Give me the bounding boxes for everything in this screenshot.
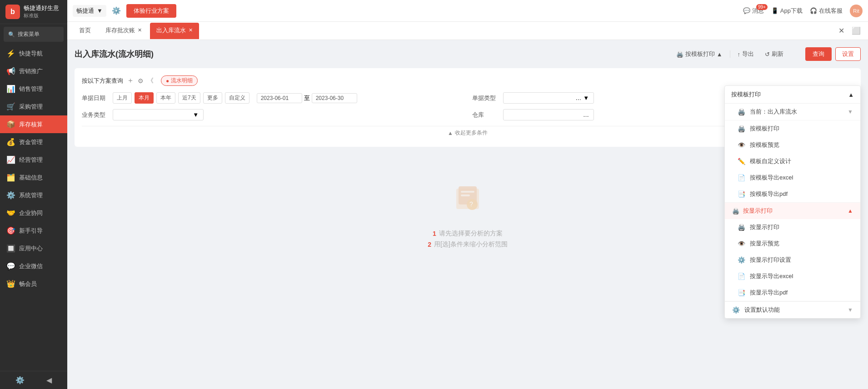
date-btn-7days[interactable]: 近7天 bbox=[178, 92, 200, 104]
template-pdf-label: 按模板导出pdf bbox=[750, 190, 788, 198]
tab-batch-close[interactable]: ✕ bbox=[138, 27, 142, 33]
section2-arrow: ▲ bbox=[848, 208, 853, 214]
divider-1 bbox=[730, 50, 730, 58]
dropdown-item-template-excel[interactable]: 📄 按模板导出excel bbox=[725, 170, 860, 186]
date-btn-custom[interactable]: 自定义 bbox=[225, 92, 249, 104]
dropdown-item-display-preview[interactable]: 👁️ 按显示预览 bbox=[725, 235, 860, 252]
user-selector[interactable]: 畅捷通 ▼ bbox=[73, 5, 106, 17]
nav-label: 应用中心 bbox=[19, 244, 43, 253]
tab-home-label: 首页 bbox=[79, 26, 91, 35]
sidebar-item-marketing[interactable]: 📢 营销推广 bbox=[0, 62, 67, 80]
date-from-input[interactable] bbox=[257, 93, 302, 103]
doc-type-label: 单据类型 bbox=[472, 94, 499, 102]
dropdown-item-template-preview[interactable]: 👁️ 按模板预览 bbox=[725, 137, 860, 153]
sidebar-item-basic[interactable]: 🗂️ 基础信息 bbox=[0, 169, 67, 186]
date-separator: 至 bbox=[304, 94, 310, 102]
sidebar-item-quick-nav[interactable]: ⚡ 快捷导航 bbox=[0, 45, 67, 62]
export-btn[interactable]: ↑ 导出 bbox=[734, 48, 758, 60]
display-pdf-icon: 📑 bbox=[738, 289, 745, 296]
user-avatar[interactable]: Rit bbox=[850, 5, 863, 17]
dropdown-section3[interactable]: ⚙️ 设置默认功能 ▼ bbox=[725, 301, 860, 318]
display-preview-label: 按显示预览 bbox=[750, 239, 779, 248]
dropdown-close-icon[interactable]: ▲ bbox=[848, 91, 854, 98]
edition-label: 标准版 bbox=[24, 12, 59, 19]
dropdown-current-item[interactable]: 🖨️ 当前：出入库流水 ▼ bbox=[725, 104, 860, 120]
date-btn-last-month[interactable]: 上月 bbox=[113, 92, 132, 104]
online-service-btn[interactable]: 🎧 在线客服 bbox=[810, 7, 843, 15]
guide-icon: 🎯 bbox=[6, 226, 15, 235]
print-template-btn[interactable]: 🖨️ 按模板打印 ▲ bbox=[673, 48, 726, 60]
dropdown-item-template-custom[interactable]: ✏️ 模板自定义设计 bbox=[725, 153, 860, 170]
empty-illustration: ? bbox=[449, 180, 486, 222]
tab-home[interactable]: 首页 bbox=[73, 23, 97, 39]
dropdown-header: 按模板打印 ▲ bbox=[725, 86, 860, 104]
sidebar-item-sales[interactable]: 📊 销售管理 bbox=[0, 80, 67, 98]
refresh-icon: ↺ bbox=[765, 51, 770, 58]
business-type-select[interactable]: ▼ bbox=[113, 109, 204, 120]
date-btn-this-month[interactable]: 本月 bbox=[135, 92, 154, 104]
sidebar-item-inventory[interactable]: 📦 库存核算 bbox=[0, 115, 67, 133]
message-btn[interactable]: 💬 消息 99+ bbox=[743, 7, 764, 15]
page-title: 出入库流水(流水明细) bbox=[75, 49, 154, 60]
date-to-input[interactable] bbox=[312, 93, 357, 103]
tab-close-all-btn[interactable]: ✕ bbox=[837, 25, 846, 36]
sidebar-item-system[interactable]: ⚙️ 系统管理 bbox=[0, 186, 67, 204]
sidebar-item-guide[interactable]: 🎯 新手引导 bbox=[0, 222, 67, 239]
trial-industry-btn[interactable]: 体验行业方案 bbox=[126, 4, 176, 18]
online-service-label: 在线客服 bbox=[819, 7, 843, 15]
date-btn-more[interactable]: 更多 bbox=[203, 92, 222, 104]
add-condition-btn[interactable]: ＋ bbox=[127, 76, 134, 85]
display-print-label: 按显示打印 bbox=[750, 223, 779, 231]
display-pdf-label: 按显示导出pdf bbox=[750, 289, 788, 297]
sidebar-settings-btn[interactable]: ⚙️ bbox=[15, 376, 25, 384]
dropdown-item-template-print[interactable]: 🖨️ 按模板打印 bbox=[725, 120, 860, 137]
filter-tag: ● 流水明细 bbox=[161, 75, 198, 86]
dropdown-section2-header[interactable]: 🖨️ 按显示打印 ▲ bbox=[725, 203, 860, 219]
sidebar-item-app-center[interactable]: 🔲 应用中心 bbox=[0, 239, 67, 257]
sidebar-search-btn[interactable]: 🔍 搜索菜单 bbox=[4, 27, 64, 42]
headset-icon: 🎧 bbox=[810, 7, 817, 14]
business-type-chevron: ▼ bbox=[193, 111, 199, 118]
dropdown-item-display-excel[interactable]: 📄 按显示导出excel bbox=[725, 268, 860, 284]
topbar-gear-btn[interactable]: ⚙️ bbox=[110, 5, 123, 17]
sidebar-item-purchase[interactable]: 🛒 采购管理 bbox=[0, 98, 67, 115]
sidebar: b 畅捷通好生意 标准版 🔍 搜索菜单 ⚡ 快捷导航 📢 营销推广 📊 销售管理… bbox=[0, 0, 67, 389]
basic-icon: 🗂️ bbox=[6, 173, 15, 182]
tab-batch[interactable]: 库存批次账 ✕ bbox=[99, 23, 148, 39]
display-settings-label: 按显示打印设置 bbox=[750, 256, 791, 264]
tab-flow-close[interactable]: ✕ bbox=[189, 27, 193, 33]
warehouse-select[interactable]: … bbox=[503, 109, 594, 120]
sidebar-item-enterprise[interactable]: 🤝 企业协同 bbox=[0, 204, 67, 222]
template-pdf-icon: 📑 bbox=[738, 190, 745, 198]
filter-tag-label: 流水明细 bbox=[171, 77, 193, 85]
refresh-label: 刷新 bbox=[772, 50, 783, 58]
sidebar-item-finance[interactable]: 💰 资金管理 bbox=[0, 133, 67, 151]
system-icon: ⚙️ bbox=[6, 191, 15, 199]
date-btn-this-year[interactable]: 本年 bbox=[156, 92, 175, 104]
sidebar-item-member[interactable]: 👑 畅会员 bbox=[0, 275, 67, 293]
enterprise-icon: 🤝 bbox=[6, 209, 15, 217]
nav-label: 库存核算 bbox=[19, 120, 43, 129]
sidebar-collapse-btn[interactable]: ◀ bbox=[46, 376, 52, 384]
warehouse-more: … bbox=[583, 111, 589, 118]
display-preview-icon: 👁️ bbox=[738, 240, 745, 247]
dropdown-item-display-settings[interactable]: ⚙️ 按显示打印设置 bbox=[725, 252, 860, 268]
dropdown-item-display-pdf[interactable]: 📑 按显示导出pdf bbox=[725, 284, 860, 301]
collapse-condition-btn[interactable]: 《 bbox=[147, 77, 154, 85]
dropdown-item-display-print[interactable]: 🖨️ 按显示打印 bbox=[725, 219, 860, 235]
sidebar-item-operations[interactable]: 📈 经营管理 bbox=[0, 151, 67, 169]
dropdown-item-template-pdf[interactable]: 📑 按模板导出pdf bbox=[725, 186, 860, 202]
refresh-btn[interactable]: ↺ 刷新 bbox=[761, 48, 787, 60]
nav-label: 系统管理 bbox=[19, 191, 43, 199]
query-btn[interactable]: 查询 bbox=[805, 47, 832, 61]
tab-restore-btn[interactable]: ⬜ bbox=[850, 25, 863, 36]
hint2-text: 用[选]条件来缩小分析范围 bbox=[434, 240, 508, 249]
settings-btn[interactable]: 设置 bbox=[835, 47, 861, 61]
inventory-icon: 📦 bbox=[6, 120, 15, 129]
svg-text:?: ? bbox=[469, 200, 473, 208]
settings-condition-btn[interactable]: ⚙ bbox=[138, 77, 144, 85]
tab-flow[interactable]: 出入库流水 ✕ bbox=[150, 23, 199, 39]
doc-type-select[interactable]: … ▼ bbox=[503, 92, 594, 104]
app-download-btn[interactable]: 📱 App下载 bbox=[771, 7, 803, 15]
sidebar-item-wecom[interactable]: 💬 企业微信 bbox=[0, 257, 67, 275]
